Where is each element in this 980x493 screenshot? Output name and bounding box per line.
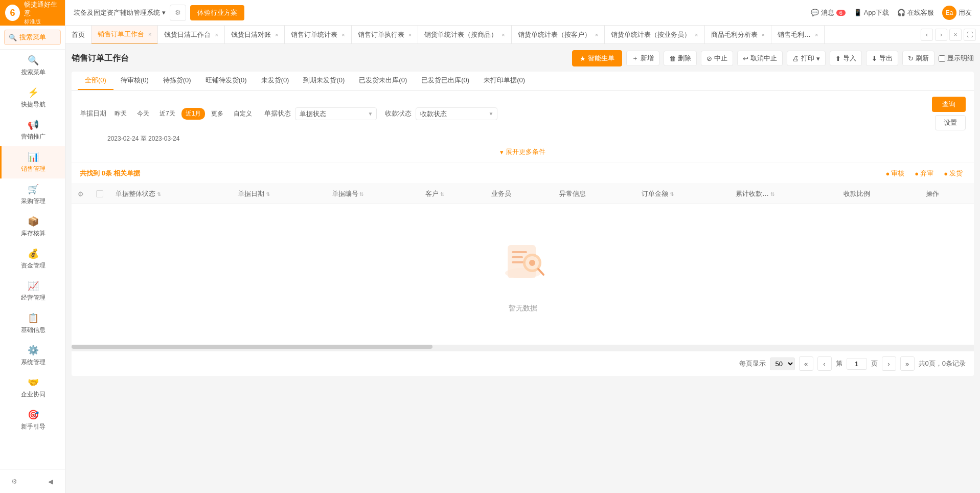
unaudit-action-button[interactable]: ● 弃审 [911, 167, 937, 180]
date-option-近1月[interactable]: 近1月 [181, 108, 206, 120]
user-menu-button[interactable]: Ea 用友 [942, 6, 972, 20]
settings-button[interactable]: 设置 [935, 115, 966, 130]
system-title-dropdown[interactable]: 装备及固定资产辅助管理系统 ▾ [74, 8, 166, 17]
audit-action-button[interactable]: ● 审核 [882, 167, 907, 180]
date-option-近7天[interactable]: 近7天 [155, 108, 179, 120]
sidebar-collapse-button[interactable]: ◀ [40, 474, 61, 489]
tabs-maximize-button[interactable]: ⛶ [964, 29, 976, 41]
th-status[interactable]: 单据整体状态 [109, 184, 232, 204]
sidebar-item-sales[interactable]: 📊 销售管理 [0, 146, 65, 178]
column-settings-icon[interactable]: ⚙ [78, 190, 84, 198]
app-download-button[interactable]: 📱 App下载 [854, 8, 889, 17]
sidebar-item-operation[interactable]: 📈 经营管理 [0, 275, 65, 307]
tab-close-9[interactable]: × [762, 32, 765, 38]
filter-tab-7[interactable]: 已发货已出库(0) [414, 72, 476, 90]
date-option-自定义[interactable]: 自定义 [230, 108, 256, 120]
expand-button[interactable]: ▾ 展开更多条件 [500, 147, 545, 156]
tab-close-7[interactable]: × [595, 32, 598, 38]
import-button[interactable]: ⬆ 导入 [830, 51, 862, 66]
tab-7[interactable]: 销货单统计表（按客户）× [512, 26, 605, 44]
tabs-close-all-button[interactable]: × [949, 29, 962, 41]
solution-button[interactable]: 体验行业方案 [190, 5, 244, 20]
filter-tab-4[interactable]: 未发货(0) [254, 72, 297, 90]
filter-tab-0[interactable]: 全部(0) [78, 72, 113, 90]
date-option-今天[interactable]: 今天 [133, 108, 153, 120]
message-button[interactable]: 💬 消息 6 [811, 8, 846, 17]
sidebar-item-search[interactable]: 🔍 搜索菜单 [0, 50, 65, 82]
tab-label-10: 销售毛利… [778, 30, 811, 39]
show-detail-checkbox[interactable] [939, 55, 945, 62]
th-collected[interactable]: 累计收款… [730, 184, 837, 204]
th-number[interactable]: 单据编号 [326, 184, 420, 204]
tab-close-1[interactable]: × [148, 31, 151, 37]
prev-page-button[interactable]: ‹ [817, 356, 832, 371]
search-menu-button[interactable]: 🔍 搜索菜单 [4, 30, 61, 45]
filter-tab-1[interactable]: 待审核(0) [113, 72, 156, 90]
topbar-settings-button[interactable]: ⚙ [170, 5, 186, 21]
sidebar-item-guide[interactable]: 🎯 新手引导 [0, 404, 65, 436]
sidebar-item-marketing[interactable]: 📢 营销推广 [0, 114, 65, 146]
date-option-昨天[interactable]: 昨天 [110, 108, 131, 120]
select-all-checkbox[interactable] [96, 190, 103, 197]
tab-4[interactable]: 销售订单统计表× [285, 26, 351, 44]
sidebar-item-finance[interactable]: 💰 资金管理 [0, 243, 65, 275]
next-page-button[interactable]: › [882, 356, 896, 371]
date-option-更多[interactable]: 更多 [207, 108, 227, 120]
filter-tab-6[interactable]: 已发货未出库(0) [352, 72, 414, 90]
tab-0[interactable]: 首页 [65, 26, 92, 44]
th-date[interactable]: 单据日期 [232, 184, 326, 204]
sidebar-item-purchase[interactable]: 🛒 采购管理 [0, 178, 65, 211]
tab-close-10[interactable]: × [815, 32, 818, 38]
th-amount[interactable]: 订单金额 [635, 184, 730, 204]
tabs-next-button[interactable]: › [935, 29, 947, 41]
tab-close-4[interactable]: × [341, 32, 345, 38]
tab-8[interactable]: 销货单统计表（按业务员）× [605, 26, 704, 44]
page-input[interactable] [847, 358, 867, 370]
print-button[interactable]: 🖨 打印 ▾ [787, 51, 826, 66]
filter-tab-2[interactable]: 待拣货(0) [156, 72, 198, 90]
show-detail-label[interactable]: 显示明细 [939, 54, 974, 63]
status-select[interactable]: 单据状态 [295, 107, 377, 120]
export-button[interactable]: ⬇ 导出 [866, 51, 898, 66]
payment-select[interactable]: 收款状态 [416, 107, 497, 120]
sidebar-item-system[interactable]: ⚙️ 系统管理 [0, 340, 65, 372]
tab-2[interactable]: 钱货日清工作台× [158, 26, 224, 44]
ship-action-button[interactable]: ● 发货 [941, 167, 966, 180]
filter-tab-8[interactable]: 未打印单据(0) [476, 72, 532, 90]
tab-10[interactable]: 销售毛利…× [771, 26, 825, 44]
tab-close-6[interactable]: × [502, 32, 505, 38]
sidebar-settings-button[interactable]: ⚙ [4, 474, 25, 489]
sidebar-item-inventory[interactable]: 📦 库存核算 [0, 211, 65, 243]
cancel-stop-button[interactable]: ↩ 取消中止 [737, 51, 783, 66]
filter-tab-3[interactable]: 旺铺待发货(0) [198, 72, 254, 90]
nav-icon-basic-info: 📋 [28, 312, 39, 324]
add-button[interactable]: ＋ 新增 [626, 51, 659, 66]
stop-button[interactable]: ⊘ 中止 [701, 51, 733, 66]
tabs-prev-button[interactable]: ‹ [921, 29, 933, 41]
tab-close-8[interactable]: × [695, 32, 698, 38]
filter-tab-5[interactable]: 到期未发货(0) [296, 72, 352, 90]
query-button[interactable]: 查询 [932, 97, 966, 112]
sidebar-logo[interactable]: 6 畅捷通好生意 标准版 [0, 0, 65, 26]
horizontal-scrollbar[interactable] [72, 345, 974, 351]
tab-6[interactable]: 销货单统计表（按商品）× [418, 26, 511, 44]
scrollbar-thumb[interactable] [72, 345, 432, 349]
tab-close-3[interactable]: × [275, 32, 278, 38]
refresh-button[interactable]: ↻ 刷新 [902, 51, 935, 66]
tab-9[interactable]: 商品毛利分析表× [705, 26, 771, 44]
last-page-button[interactable]: » [900, 356, 915, 371]
tab-5[interactable]: 销售订单执行表× [352, 26, 418, 44]
sidebar-item-basic-info[interactable]: 📋 基础信息 [0, 307, 65, 340]
online-service-button[interactable]: 🎧 在线客服 [897, 8, 934, 17]
tab-1[interactable]: 销售订单工作台× [92, 26, 158, 44]
first-page-button[interactable]: « [799, 356, 813, 371]
smart-create-button[interactable]: ★ 智能生单 [572, 50, 622, 66]
th-customer[interactable]: 客户 [419, 184, 485, 204]
delete-button[interactable]: 🗑 删除 [664, 51, 697, 66]
tab-3[interactable]: 钱货日清对账× [225, 26, 285, 44]
tab-close-5[interactable]: × [408, 32, 412, 38]
per-page-select[interactable]: 50 [770, 357, 795, 370]
sidebar-item-quick-nav[interactable]: ⚡ 快捷导航 [0, 82, 65, 114]
sidebar-item-cooperation[interactable]: 🤝 企业协同 [0, 372, 65, 404]
tab-close-2[interactable]: × [215, 32, 218, 38]
